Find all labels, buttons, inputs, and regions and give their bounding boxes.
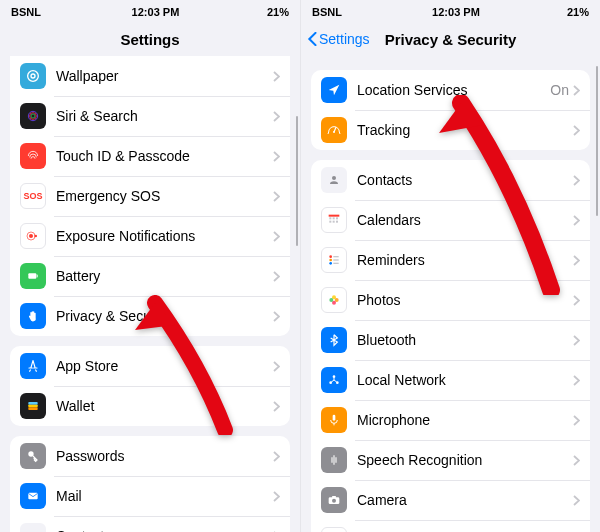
row-label: Location Services [357, 82, 550, 98]
row-calendars[interactable]: Calendars [311, 200, 590, 240]
speech-icon [321, 447, 347, 473]
status-time: 12:03 PM [432, 6, 480, 18]
row-label: Emergency SOS [56, 188, 273, 204]
row-label: Touch ID & Passcode [56, 148, 273, 164]
svg-rect-34 [333, 217, 335, 219]
row-label: Privacy & Security [56, 308, 273, 324]
chevron-right-icon [573, 215, 580, 226]
status-bar: BSNL 12:03 PM 21% [301, 0, 600, 22]
siri-icon [20, 103, 46, 129]
wallpaper-icon [20, 63, 46, 89]
row-localnetwork[interactable]: Local Network [311, 360, 590, 400]
calendar-icon [321, 207, 347, 233]
row-siri[interactable]: Siri & Search [10, 96, 290, 136]
row-label: Bluetooth [357, 332, 573, 348]
carrier-text: BSNL [312, 6, 342, 18]
chevron-right-icon [273, 361, 280, 372]
svg-point-49 [333, 375, 336, 378]
row-touchid[interactable]: Touch ID & Passcode [10, 136, 290, 176]
svg-rect-44 [333, 263, 338, 264]
svg-point-7 [28, 71, 39, 82]
row-exposure[interactable]: Exposure Notifications [10, 216, 290, 256]
chevron-right-icon [273, 491, 280, 502]
row-label: Microphone [357, 412, 573, 428]
svg-point-12 [29, 234, 33, 238]
chevron-right-icon [273, 311, 280, 322]
row-appstore[interactable]: App Store [10, 346, 290, 386]
svg-rect-32 [329, 215, 340, 217]
chevron-right-icon [573, 125, 580, 136]
row-tracking[interactable]: Tracking [311, 110, 590, 150]
svg-rect-15 [28, 273, 36, 278]
row-contacts2[interactable]: Contacts [311, 160, 590, 200]
scroll-indicator[interactable] [596, 66, 599, 216]
back-button[interactable]: Settings [307, 31, 370, 47]
svg-point-31 [332, 176, 336, 180]
svg-rect-18 [28, 405, 37, 408]
row-contacts[interactable]: Contacts [10, 516, 290, 532]
row-photos[interactable]: Photos [311, 280, 590, 320]
nav-bar: Settings Privacy & Security [301, 22, 600, 56]
network-icon [321, 367, 347, 393]
contacts-icon [20, 523, 46, 532]
row-camera[interactable]: Camera [311, 480, 590, 520]
row-label: Calendars [357, 212, 573, 228]
row-wallpaper[interactable]: Wallpaper [10, 56, 290, 96]
svg-rect-42 [333, 256, 338, 257]
row-privacy[interactable]: Privacy & Security [10, 296, 290, 336]
svg-rect-17 [28, 402, 37, 405]
row-label: Reminders [357, 252, 573, 268]
battery-text: 21% [267, 6, 289, 18]
row-speech[interactable]: Speech Recognition [311, 440, 590, 480]
svg-point-14 [34, 235, 37, 238]
row-bluetooth[interactable]: Bluetooth [311, 320, 590, 360]
chevron-right-icon [273, 451, 280, 462]
battery-text: 21% [567, 6, 589, 18]
chevron-right-icon [273, 271, 280, 282]
svg-point-40 [329, 259, 332, 262]
row-passwords[interactable]: Passwords [10, 436, 290, 476]
scroll-indicator[interactable] [296, 116, 299, 246]
nav-bar: Settings [0, 22, 300, 56]
screen-settings: BSNL 12:03 PM 21% Settings Wallpaper Sir… [0, 0, 300, 532]
chevron-right-icon [273, 71, 280, 82]
row-label: Contacts [357, 172, 573, 188]
camera-icon [321, 487, 347, 513]
svg-rect-21 [28, 493, 37, 500]
chevron-right-icon [273, 231, 280, 242]
svg-rect-37 [333, 221, 335, 223]
svg-point-11 [31, 114, 35, 118]
row-sos[interactable]: SOS Emergency SOS [10, 176, 290, 216]
row-microphone[interactable]: Microphone [311, 400, 590, 440]
row-mail[interactable]: Mail [10, 476, 290, 516]
settings-group: App Store Wallet [10, 346, 290, 426]
svg-rect-38 [336, 221, 338, 223]
chevron-right-icon [573, 295, 580, 306]
svg-point-48 [329, 298, 333, 302]
row-label: Camera [357, 492, 573, 508]
row-label: Siri & Search [56, 108, 273, 124]
row-label: Passwords [56, 448, 273, 464]
back-label: Settings [319, 31, 370, 47]
appstore-icon [20, 353, 46, 379]
chevron-right-icon [273, 401, 280, 412]
nav-title: Settings [120, 31, 179, 48]
hand-icon [20, 303, 46, 329]
status-bar: BSNL 12:03 PM 21% [0, 0, 300, 22]
wallet-icon [20, 393, 46, 419]
svg-rect-33 [329, 217, 331, 219]
row-reminders[interactable]: Reminders [311, 240, 590, 280]
status-time: 12:03 PM [132, 6, 180, 18]
svg-point-20 [28, 451, 33, 456]
row-label: Exposure Notifications [56, 228, 273, 244]
row-location[interactable]: Location Services On [311, 70, 590, 110]
chevron-right-icon [573, 495, 580, 506]
svg-rect-35 [336, 217, 338, 219]
photos-icon [321, 287, 347, 313]
row-wallet[interactable]: Wallet [10, 386, 290, 426]
chevron-right-icon [573, 85, 580, 96]
row-health[interactable]: Health [311, 520, 590, 532]
svg-point-41 [329, 262, 332, 265]
row-battery[interactable]: Battery [10, 256, 290, 296]
health-icon [321, 527, 347, 532]
